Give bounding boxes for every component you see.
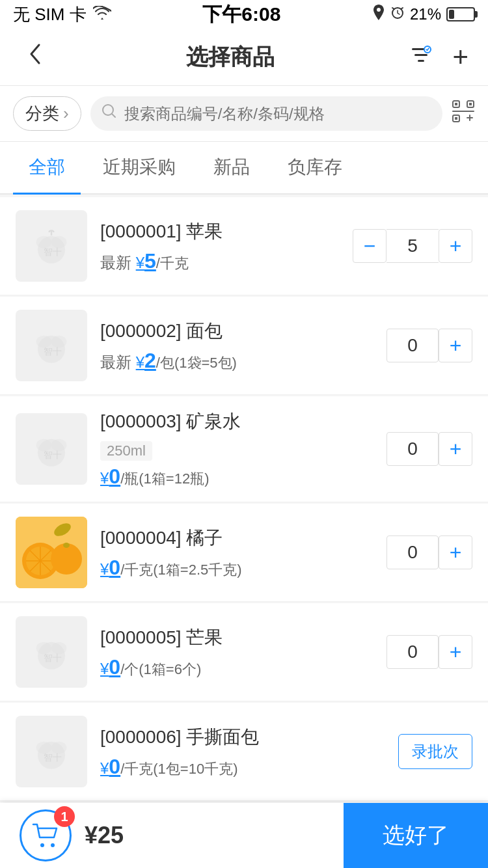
search-box — [90, 96, 442, 131]
product-name: [0000001] 苹果 — [100, 219, 340, 244]
qty-input[interactable] — [386, 329, 439, 362]
product-thumbnail: 智十 — [16, 210, 87, 282]
cart-badge: 1 — [54, 806, 75, 827]
page-title: 选择商品 — [186, 42, 275, 72]
svg-rect-3 — [418, 60, 424, 62]
svg-rect-11 — [455, 117, 457, 120]
product-thumbnail: 智十 — [16, 413, 87, 485]
search-icon — [101, 103, 118, 124]
product-info: [0000002] 面包 最新 ¥2/包(1袋=5包) — [100, 319, 373, 373]
qty-plus-button[interactable]: + — [439, 536, 472, 569]
list-item: 智十 [0000006] 手撕面包 ¥0/千克(1包=10千克) 录批次 — [0, 703, 488, 801]
cart-icon-button[interactable]: 1 — [20, 809, 72, 861]
qty-input[interactable] — [386, 536, 439, 569]
status-left: 无 SIM 卡 — [13, 3, 111, 26]
tab-new[interactable]: 新品 — [198, 142, 265, 195]
list-item: 智十 [0000003] 矿泉水 250ml ¥0/瓶(1箱=12瓶) + — [0, 396, 488, 502]
list-item: [0000004] 橘子 ¥0/千克(1箱=2.5千克) + — [0, 504, 488, 602]
category-button[interactable]: 分类 › — [13, 96, 81, 131]
qty-control: + — [386, 329, 472, 362]
product-name: [0000004] 橘子 — [100, 526, 373, 550]
qty-minus-button[interactable]: − — [353, 229, 386, 263]
svg-point-33 — [63, 543, 70, 548]
product-thumbnail: 智十 — [16, 310, 87, 381]
qty-plus-button[interactable]: + — [439, 229, 472, 263]
status-time: 下午6:08 — [202, 1, 280, 28]
product-info: [0000005] 芒果 ¥0/个(1箱=6个) — [100, 625, 373, 679]
svg-point-46 — [40, 843, 44, 847]
chevron-right-icon: › — [63, 103, 69, 124]
confirm-button[interactable]: 选好了 — [344, 803, 488, 868]
product-info: [0000001] 苹果 最新 ¥5/千克 — [100, 219, 340, 273]
location-icon — [372, 5, 385, 24]
wifi-icon — [93, 5, 111, 25]
product-price: ¥0/千克(1箱=2.5千克) — [100, 556, 373, 580]
add-icon[interactable]: + — [452, 44, 468, 71]
product-price: 最新 ¥2/包(1袋=5包) — [100, 349, 373, 373]
battery-percent: 21% — [410, 5, 441, 23]
category-label: 分类 — [25, 102, 59, 125]
product-info: [0000003] 矿泉水 250ml ¥0/瓶(1箱=12瓶) — [100, 409, 373, 489]
tab-all[interactable]: 全部 — [13, 142, 81, 195]
svg-rect-10 — [469, 103, 472, 105]
product-spec: 250ml — [100, 441, 152, 461]
qty-control: + — [386, 536, 472, 569]
filter-icon[interactable] — [409, 43, 433, 71]
nav-bar: 选择商品 + — [0, 29, 488, 86]
svg-text:智十: 智十 — [44, 346, 62, 357]
product-price: ¥0/瓶(1箱=12瓶) — [100, 465, 373, 489]
qty-input[interactable] — [386, 432, 439, 466]
product-name: [0000005] 芒果 — [100, 625, 373, 650]
svg-rect-2 — [414, 54, 427, 56]
list-item: 智十 [0000005] 芒果 ¥0/个(1箱=6个) + — [0, 603, 488, 701]
list-item: 智十 [0000002] 面包 最新 ¥2/包(1袋=5包) + — [0, 297, 488, 395]
product-price: 最新 ¥5/千克 — [100, 249, 340, 273]
product-list: 智十 [0000001] 苹果 最新 ¥5/千克 − + 智十 [ — [0, 197, 488, 868]
svg-text:智十: 智十 — [44, 247, 62, 257]
svg-text:智十: 智十 — [44, 450, 62, 460]
product-info: [0000004] 橘子 ¥0/千克(1箱=2.5千克) — [100, 526, 373, 580]
svg-text:智十: 智十 — [44, 752, 62, 763]
product-thumbnail: 智十 — [16, 616, 87, 688]
tab-negative[interactable]: 负库存 — [272, 142, 358, 195]
cart-total: ¥25 — [85, 822, 124, 849]
battery-icon — [446, 7, 475, 21]
qty-control: + — [386, 635, 472, 669]
search-input[interactable] — [124, 105, 432, 123]
qty-input[interactable] — [386, 229, 439, 263]
product-name: [0000003] 矿泉水 — [100, 409, 373, 434]
svg-rect-9 — [455, 103, 457, 105]
carrier-label: 无 SIM 卡 — [13, 3, 87, 26]
qty-plus-button[interactable]: + — [439, 432, 472, 466]
svg-point-47 — [51, 843, 55, 847]
product-thumbnail — [16, 517, 87, 588]
svg-point-32 — [51, 543, 82, 575]
tab-bar: 全部 近期采购 新品 负库存 — [0, 142, 488, 195]
nav-actions: + — [409, 43, 468, 71]
product-name: [0000002] 面包 — [100, 319, 373, 344]
cart-section: 1 ¥25 — [0, 809, 124, 861]
svg-text:智十: 智十 — [44, 653, 62, 663]
product-name: [0000006] 手撕面包 — [100, 725, 385, 750]
scan-icon[interactable] — [452, 100, 475, 128]
status-right: 21% — [372, 5, 475, 24]
qty-plus-button[interactable]: + — [439, 329, 472, 362]
bottom-bar: 1 ¥25 选好了 — [0, 803, 488, 868]
list-item: 智十 [0000001] 苹果 最新 ¥5/千克 − + — [0, 197, 488, 295]
back-button[interactable] — [20, 33, 51, 81]
status-bar: 无 SIM 卡 下午6:08 21% — [0, 0, 488, 29]
filter-bar: 分类 › — [0, 86, 488, 142]
product-thumbnail: 智十 — [16, 716, 87, 787]
product-price: ¥0/个(1箱=6个) — [100, 655, 373, 679]
tab-recent[interactable]: 近期采购 — [87, 142, 191, 195]
qty-input[interactable] — [386, 635, 439, 669]
alarm-icon — [390, 5, 405, 23]
qty-control: − + — [353, 229, 472, 263]
qty-plus-button[interactable]: + — [439, 635, 472, 669]
record-batch-button[interactable]: 录批次 — [398, 734, 472, 769]
qty-control: + — [386, 432, 472, 466]
product-info: [0000006] 手撕面包 ¥0/千克(1包=10千克) — [100, 725, 385, 779]
product-price: ¥0/千克(1包=10千克) — [100, 755, 385, 779]
